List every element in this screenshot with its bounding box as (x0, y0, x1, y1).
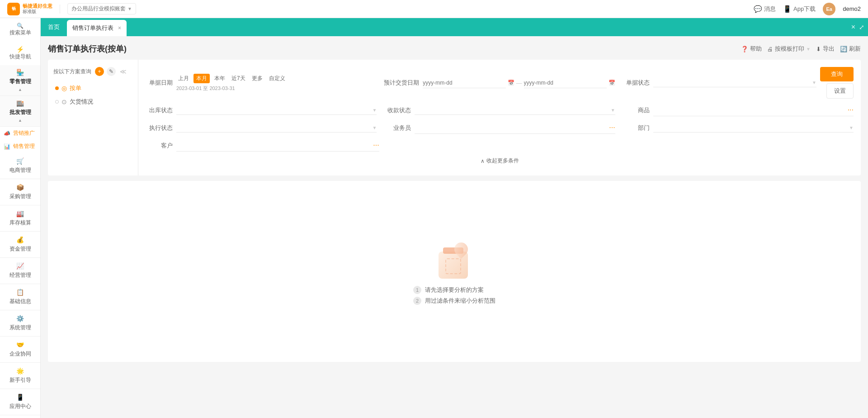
expected-date-to[interactable] (524, 78, 607, 88)
sidebar-item-basic[interactable]: 📋 基础信息 (0, 284, 40, 310)
customer-dots-icon[interactable]: ··· (373, 141, 379, 149)
payment-label: 收款状态 (384, 106, 411, 114)
message-btn[interactable]: 💬 消息 (754, 5, 776, 13)
sidebar-sub-sales[interactable]: 📊 销售管理 (0, 140, 40, 153)
sidebar-item-label-finance: 资金管理 (9, 245, 31, 253)
expected-date-from[interactable] (423, 78, 505, 88)
refresh-icon: 🔄 (840, 46, 847, 52)
content-area: 首页 销售订单执行表 × × ⤢ 销售订单执行表(按单) ❓ 帮助 (41, 18, 868, 418)
sidebar-item-system[interactable]: ⚙️ 系统管理 (0, 310, 40, 337)
newuser-icon: 🌟 (16, 367, 24, 375)
export-btn[interactable]: ⬇ 导出 (816, 45, 835, 53)
search-icon: 🔍 (17, 23, 24, 29)
sidebar-item-inventory[interactable]: 🏭 库存核算 (0, 205, 40, 232)
window-close-icon[interactable]: × (851, 23, 855, 31)
promo-icon: 📣 (4, 130, 10, 137)
dept-label: 部门 (623, 124, 650, 132)
tab-close-icon[interactable]: × (118, 25, 121, 31)
logo-area: 畅 畅捷通好生意 标准版 (7, 3, 52, 15)
payment-arrow-icon: ▼ (611, 108, 615, 113)
status-select[interactable]: ▼ (653, 78, 816, 87)
date-tab-7days[interactable]: 近7天 (230, 74, 247, 83)
date-tab-custom[interactable]: 自定义 (267, 74, 287, 83)
edit-plan-btn[interactable]: ✎ (107, 67, 116, 76)
add-plan-btn[interactable]: + (95, 67, 104, 76)
help-btn[interactable]: ❓ 帮助 (741, 45, 762, 53)
sidebar-search[interactable]: 🔍 搜索菜单 (0, 18, 40, 41)
filter-field-status: 单据状态 ▼ (623, 78, 816, 87)
calendar-to-icon[interactable]: 📅 (609, 80, 615, 86)
collapse-plans-btn[interactable]: ≪ (118, 67, 127, 76)
date-range-display: 2023-03-01 至 2023-03-31 (176, 85, 377, 92)
window-maximize-icon[interactable]: ⤢ (859, 24, 864, 31)
date-separator: — (516, 80, 522, 86)
date-tab-more[interactable]: 更多 (250, 74, 264, 83)
page-actions: ❓ 帮助 🖨 按模板打印 ▼ ⬇ 导出 🔄 刷新 (741, 45, 861, 53)
tab-sales-exec-label: 销售订单执行表 (72, 24, 113, 32)
sidebar-item-finance[interactable]: 💰 资金管理 (0, 232, 40, 258)
tab-home[interactable]: 首页 (41, 18, 67, 36)
payment-select[interactable]: ▼ (415, 106, 615, 115)
app-icon: 📱 (783, 5, 792, 13)
sidebar-item-wholesale[interactable]: 🏬 批发管理 ▲ (0, 96, 40, 127)
sidebar-item-label-basic: 基础信息 (9, 298, 31, 305)
operation-icon: 📈 (16, 262, 24, 270)
sidebar-item-newuser[interactable]: 🌟 新手引导 (0, 363, 40, 389)
query-button[interactable]: 查询 (820, 67, 854, 81)
filter-plan-by-order[interactable]: ◎ 按单 (53, 81, 132, 95)
exec-arrow-icon: ▼ (372, 125, 377, 130)
sidebar-item-label-operation: 经营管理 (9, 271, 31, 279)
quick-nav-icon: ⚡ (16, 46, 24, 53)
sidebar-item-retail[interactable]: 🏪 零售管理 ▲ (0, 65, 40, 96)
refresh-btn[interactable]: 🔄 刷新 (840, 45, 861, 53)
page-content: 销售订单执行表(按单) ❓ 帮助 🖨 按模板打印 ▼ ⬇ 导出 (41, 36, 868, 418)
sidebar-quicknav-label: 快捷导航 (4, 53, 37, 61)
sidebar-item-purchase[interactable]: 📦 采购管理 (0, 179, 40, 205)
outstock-select[interactable]: ▼ (176, 106, 377, 115)
sidebar-item-operation[interactable]: 📈 经营管理 (0, 258, 40, 284)
empty-state: 1 请先选择要分析的方案 2 用过滤条件来缩小分析范围 (413, 238, 495, 305)
status-label: 单据状态 (623, 79, 650, 87)
exec-select[interactable]: ▼ (176, 124, 377, 133)
filter-field-date: 单据日期 上月 本月 本年 近7天 更多 自定义 20 (146, 74, 377, 92)
industry-arrow-icon: ▼ (127, 6, 132, 11)
sidebar-sub-promo[interactable]: 📣 营销推广 (0, 127, 40, 140)
sidebar-item-corpwechat[interactable]: 💬 企业微信 (0, 415, 40, 418)
app-download-btn[interactable]: 📱 App下载 (783, 5, 816, 13)
step-1-text: 请先选择要分析的方案 (425, 286, 484, 294)
sidebar-quick-nav[interactable]: ⚡ 快捷导航 (0, 41, 40, 65)
salesperson-dots-icon[interactable]: ··· (609, 124, 615, 132)
industry-selector[interactable]: 办公用品行业模拟账套 ▼ (67, 3, 136, 14)
sidebar-item-enterprise[interactable]: 🤝 企业协同 (0, 337, 40, 363)
filter-icons: + ✎ ≪ (95, 67, 127, 76)
date-tab-this-year[interactable]: 本年 (212, 74, 227, 83)
goods-dots-icon[interactable]: ··· (848, 106, 854, 114)
filter-field-outstock: 出库状态 ▼ (146, 106, 377, 115)
collapse-more-btn[interactable]: ∧ 收起更多条件 (146, 153, 854, 168)
sales-icon: 📊 (4, 143, 10, 150)
avatar[interactable]: Ea (823, 3, 835, 15)
calendar-from-icon[interactable]: 📅 (508, 80, 514, 86)
tab-sales-exec[interactable]: 销售订单执行表 × (67, 20, 127, 36)
filter-field-customer: 客户 ··· (146, 139, 379, 152)
retail-icon: 🏪 (16, 69, 24, 76)
sidebar-item-appcenter[interactable]: 📱 应用中心 (0, 389, 40, 415)
empty-illustration (432, 238, 477, 279)
tab-home-label: 首页 (48, 23, 60, 31)
date-tab-this-month[interactable]: 本月 (193, 74, 210, 83)
sidebar-sub-promo-label: 营销推广 (13, 129, 35, 137)
outstock-arrow-icon: ▼ (372, 108, 377, 113)
wholesale-icon: 🏬 (16, 100, 24, 107)
sidebar-item-ecommerce[interactable]: 🛒 电商管理 (0, 153, 40, 179)
settings-button[interactable]: 设置 (826, 83, 854, 99)
retail-arrow-icon: ▲ (18, 87, 22, 92)
app-label: App下载 (793, 5, 816, 13)
main-layout: 🔍 搜索菜单 ⚡ 快捷导航 🏪 零售管理 ▲ 🏬 批发管理 ▲ 📣 营销推广 📊… (0, 18, 868, 418)
dept-select[interactable]: ▼ (653, 124, 854, 133)
collapse-up-icon: ∧ (481, 158, 485, 164)
sidebar: 🔍 搜索菜单 ⚡ 快捷导航 🏪 零售管理 ▲ 🏬 批发管理 ▲ 📣 营销推广 📊… (0, 18, 41, 418)
help-label: 帮助 (750, 45, 762, 53)
template-print-btn[interactable]: 🖨 按模板打印 ▼ (767, 45, 811, 53)
filter-plan-by-credit[interactable]: ⊙ 欠货情况 (53, 95, 132, 109)
date-tab-prev-month[interactable]: 上月 (176, 74, 191, 83)
